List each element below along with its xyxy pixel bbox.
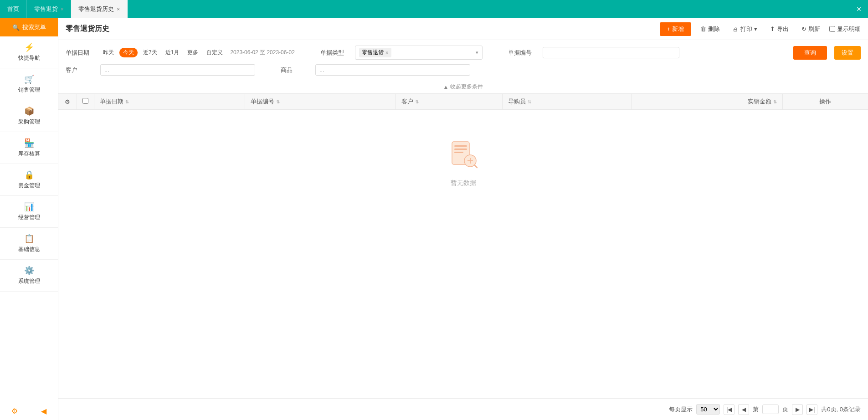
th-customer-label: 客户 xyxy=(401,97,413,106)
date-range-display: 2023-06-02 至 2023-06-02 xyxy=(230,49,294,56)
goods-filter-select[interactable]: ... xyxy=(315,64,470,76)
tab-retail-return-history-close[interactable]: × xyxy=(117,6,119,12)
pagination: 每页显示 50 100 200 |◀ ◀ 第 1 页 ▶ ▶| 共0页, 0条记… xyxy=(58,398,868,420)
page-header: 零售退货历史 + 新增 🗑 删除 🖨 打印 ▾ ⬆ 导出 ↻ xyxy=(58,18,868,40)
last-page-button[interactable]: ▶| xyxy=(806,404,817,415)
next-page-button[interactable]: ▶ xyxy=(792,404,803,415)
delete-button[interactable]: 🗑 删除 xyxy=(697,23,724,35)
goods-filter-label: 商品 xyxy=(281,66,308,74)
tab-retail-return-close[interactable]: × xyxy=(61,6,63,12)
sidebar-item-system-mgmt-label: 系统管理 xyxy=(18,277,40,285)
date-btn-yesterday[interactable]: 昨天 xyxy=(100,48,117,57)
quick-nav-icon: ⚡ xyxy=(24,42,34,52)
sidebar-collapse-button[interactable]: ◀ xyxy=(41,407,46,415)
inventory-icon: 🏪 xyxy=(24,138,34,148)
th-setting[interactable]: ⚙ xyxy=(58,94,77,110)
collapse-icon: ▲ xyxy=(443,84,449,90)
window-close-button[interactable]: × xyxy=(850,0,868,18)
prev-page-button[interactable]: ◀ xyxy=(738,404,749,415)
th-amount[interactable]: 实销金额 ⇅ xyxy=(632,94,782,110)
number-filter-input[interactable] xyxy=(543,47,679,58)
print-icon: 🖨 xyxy=(733,26,739,32)
page-input[interactable]: 1 xyxy=(762,405,779,414)
empty-state: 暂无数据 xyxy=(58,110,868,215)
date-filter-buttons: 昨天 今天 近7天 近1月 更多 自定义 2023-06-02 至 2023-0… xyxy=(100,48,295,57)
table-header-row: ⚙ 单据日期 ⇅ xyxy=(58,94,868,110)
export-icon: ⬆ xyxy=(770,26,775,32)
th-date[interactable]: 单据日期 ⇅ xyxy=(94,94,245,110)
sidebar-item-quick-nav[interactable]: ⚡ 快捷导航 xyxy=(0,36,58,68)
page-size-select[interactable]: 50 100 200 xyxy=(696,404,720,415)
sidebar-item-quick-nav-label: 快捷导航 xyxy=(18,54,40,62)
type-filter-remove[interactable]: × xyxy=(385,50,389,56)
sidebar-search-button[interactable]: 🔍 搜索菜单 xyxy=(0,18,58,36)
th-check[interactable] xyxy=(77,94,94,110)
sidebar-item-finance-mgmt[interactable]: 🔒 资金管理 xyxy=(0,164,58,196)
tab-home[interactable]: 首页 xyxy=(0,0,27,18)
date-btn-1month[interactable]: 近1月 xyxy=(163,48,182,57)
settings-button[interactable]: 设置 xyxy=(834,46,861,60)
refresh-button[interactable]: ↻ 刷新 xyxy=(798,23,824,35)
tab-retail-return-history[interactable]: 零售退货历史 × xyxy=(71,0,127,18)
sidebar-item-basic-info[interactable]: 📋 基础信息 xyxy=(0,228,58,260)
sidebar-item-system-mgmt[interactable]: ⚙️ 系统管理 xyxy=(0,260,58,292)
print-button[interactable]: 🖨 打印 ▾ xyxy=(729,23,761,35)
type-filter-arrow: ▾ xyxy=(476,50,478,56)
customer-filter-dots: ... xyxy=(104,67,109,73)
date-btn-7days[interactable]: 近7天 xyxy=(140,48,160,57)
total-label: 共0页, 0条记录 xyxy=(821,405,861,414)
refresh-icon: ↻ xyxy=(801,26,806,32)
sidebar-item-ops-mgmt[interactable]: 📊 经营管理 xyxy=(0,196,58,228)
show-detail-checkbox[interactable]: 显示明细 xyxy=(829,25,861,33)
ops-mgmt-icon: 📊 xyxy=(24,202,34,212)
export-label: 导出 xyxy=(777,25,789,33)
sidebar-item-inventory[interactable]: 🏪 库存核算 xyxy=(0,132,58,164)
type-filter-value: 零售退货 xyxy=(362,49,384,56)
header-actions: + 新增 🗑 删除 🖨 打印 ▾ ⬆ 导出 ↻ 刷新 xyxy=(660,22,861,36)
th-customer[interactable]: 客户 ⇅ xyxy=(395,94,502,110)
query-button[interactable]: 查询 xyxy=(793,46,827,60)
print-dropdown-icon: ▾ xyxy=(754,26,757,32)
finance-mgmt-icon: 🔒 xyxy=(24,170,34,180)
date-btn-more[interactable]: 更多 xyxy=(185,48,201,57)
export-button[interactable]: ⬆ 导出 xyxy=(766,23,792,35)
collapse-label: 收起更多条件 xyxy=(450,83,483,91)
delete-label: 删除 xyxy=(708,25,720,33)
th-ops: 操作 xyxy=(782,94,868,110)
show-detail-label: 显示明细 xyxy=(837,25,861,33)
date-btn-custom[interactable]: 自定义 xyxy=(204,48,226,57)
filter-row-1: 单据日期 昨天 今天 近7天 近1月 更多 自定义 2023-06-02 至 2… xyxy=(66,46,861,60)
select-all-checkbox[interactable] xyxy=(82,98,88,104)
sidebar: 🔍 搜索菜单 ⚡ 快捷导航 🛒 销售管理 📦 采购管理 🏪 库存核算 🔒 xyxy=(0,18,58,420)
customer-filter-select[interactable]: ... xyxy=(100,64,255,76)
th-number[interactable]: 单据编号 ⇅ xyxy=(245,94,395,110)
page-label: 页 xyxy=(782,405,788,414)
main-layout: 🔍 搜索菜单 ⚡ 快捷导航 🛒 销售管理 📦 采购管理 🏪 库存核算 🔒 xyxy=(0,18,868,420)
sidebar-item-purchase-mgmt[interactable]: 📦 采购管理 xyxy=(0,100,58,132)
type-filter-tag: 零售退货 × xyxy=(359,48,391,57)
filter-area: 单据日期 昨天 今天 近7天 近1月 更多 自定义 2023-06-02 至 2… xyxy=(58,40,868,94)
tab-retail-return[interactable]: 零售退货 × xyxy=(27,0,71,18)
tab-retail-return-label: 零售退货 xyxy=(34,5,58,13)
date-btn-today[interactable]: 今天 xyxy=(119,48,138,57)
th-guide-label: 导购员 xyxy=(508,97,526,106)
sidebar-settings-button[interactable]: ⚙ xyxy=(11,407,18,415)
page-title: 零售退货历史 xyxy=(66,24,660,34)
th-date-label: 单据日期 xyxy=(100,97,123,106)
th-guide[interactable]: 导购员 ⇅ xyxy=(503,94,632,110)
empty-text: 暂无数据 xyxy=(451,179,476,187)
show-detail-input[interactable] xyxy=(829,26,835,32)
type-filter-select[interactable]: 零售退货 × ▾ xyxy=(355,46,483,60)
first-page-button[interactable]: |◀ xyxy=(724,404,734,415)
date-filter-label: 单据日期 xyxy=(66,49,93,57)
collapse-bar[interactable]: ▲ 收起更多条件 xyxy=(66,80,861,93)
new-button[interactable]: + 新增 xyxy=(660,22,691,36)
table-area: ⚙ 单据日期 ⇅ xyxy=(58,94,868,420)
sidebar-search-label: 搜索菜单 xyxy=(22,23,46,31)
sales-mgmt-icon: 🛒 xyxy=(24,74,34,84)
filter-row-2: 客户 ... 商品 ... xyxy=(66,64,861,76)
svg-line-7 xyxy=(474,165,477,168)
tab-bar: 首页 零售退货 × 零售退货历史 × xyxy=(0,0,850,18)
sidebar-item-sales-mgmt[interactable]: 🛒 销售管理 xyxy=(0,68,58,100)
svg-rect-1 xyxy=(454,145,467,147)
